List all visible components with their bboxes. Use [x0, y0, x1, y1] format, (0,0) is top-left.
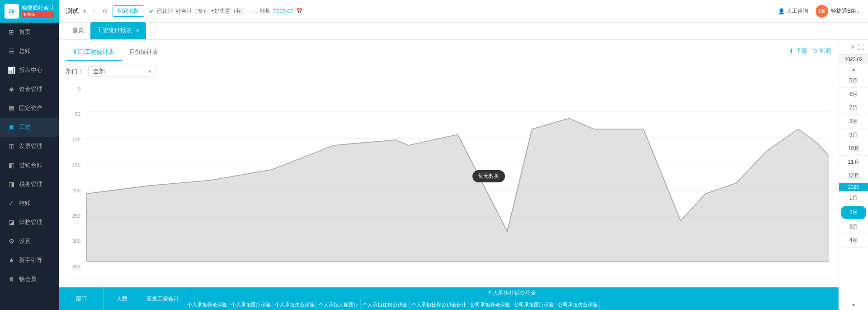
sidebar-item-newguide[interactable]: ★ 新手引导 — [0, 251, 59, 270]
sidebar-item-vip[interactable]: ♛ 畅会员 — [0, 270, 59, 289]
month-2025-4[interactable]: 4月 — [839, 234, 868, 248]
month-9[interactable]: 9月 — [839, 129, 868, 142]
salary-icon: ▣ — [7, 124, 15, 131]
switch-old-mode-button[interactable]: 切到旧版 — [113, 5, 144, 17]
dept-select[interactable]: 全部 — [88, 66, 156, 77]
sidebar-item-settlement[interactable]: ✓ 结账 — [0, 194, 59, 213]
sidebar-label-vip: 畅会员 — [19, 275, 37, 283]
right-panel-header: ✕ ⛶ — [839, 40, 868, 55]
sidebar-label-reports: 报表中心 — [19, 66, 42, 74]
month-6[interactable]: 6月 — [839, 88, 868, 101]
main-content: 测试 ▾ ＋ ⚙ 切到旧版 ✔ 已认证 好会计（专） +好生意（标） +... … — [59, 0, 868, 310]
username[interactable]: 轻捷通B组... — [831, 7, 861, 15]
sub-tab-dept[interactable]: 部门工资统计表 — [66, 44, 122, 61]
tabs-bar: 首页 工资统计报表 ✕ — [59, 23, 868, 40]
tab-home-label: 首页 — [72, 26, 84, 34]
newguide-icon: ★ — [7, 257, 15, 264]
th-count: 人数 — [104, 287, 140, 310]
sidebar-label-assets: 固定资产 — [19, 104, 42, 112]
service-button[interactable]: 👤 人工咨询 — [778, 7, 808, 15]
current-date-label: 2023.02 — [839, 55, 868, 64]
month-2025-3[interactable]: 3月 — [839, 220, 868, 234]
tab-close-icon[interactable]: ✕ — [136, 28, 140, 33]
scroll-down-arrow[interactable]: ▼ — [839, 300, 868, 310]
sidebar-label-settings: 设置 — [19, 237, 31, 245]
avatar: CE — [816, 5, 828, 18]
status-good-acc: 好会计（专） — [176, 7, 208, 15]
sidebar-label-funds: 资金管理 — [19, 85, 42, 93]
y-label-2: 250 — [66, 213, 84, 219]
th-company-pension: 公司承担养老保险 — [468, 299, 512, 310]
tab-home[interactable]: 首页 — [66, 22, 90, 39]
refresh-button[interactable]: ↻ 刷新 — [813, 47, 831, 55]
sidebar-item-salary[interactable]: ▣ 工资 — [0, 118, 59, 137]
tab-salary-report[interactable]: 工资统计报表 ✕ — [90, 22, 146, 39]
vip-icon: ♛ — [7, 276, 15, 283]
th-company-unemploy: 公司承担失业保险 — [556, 299, 600, 310]
sub-tab-monthly[interactable]: 月份统计表 — [122, 44, 165, 61]
y-label-3: 200 — [66, 188, 84, 193]
status-area: ✔ 已认证 好会计（专） +好生意（标） +... 账期 2023-02 📅 — [149, 7, 303, 15]
y-label-5: 100 — [66, 137, 84, 142]
sidebar-label-ledger: 总账 — [19, 47, 31, 55]
archive-icon: ◪ — [7, 219, 15, 226]
filter-toolbar: 部门： 全部 — [59, 61, 839, 81]
sidebar-item-tax[interactable]: ◨ 税务管理 — [0, 175, 59, 194]
month-10[interactable]: 10月 — [839, 142, 868, 156]
th-total-salary: 应发工资合计 — [140, 287, 185, 310]
period-value[interactable]: 2023-02 — [274, 8, 293, 14]
month-2025-2[interactable]: 2月 — [841, 206, 866, 219]
user-area: CE 轻捷通B组... — [816, 5, 861, 18]
chart-inner: 暂无数据 — [86, 86, 829, 269]
status-good-biz: +好生意（标） — [211, 7, 247, 15]
right-panel: ✕ ⛶ 2023.02 ▲ 5月 6月 7月 8月 9月 10月 11月 12月… — [839, 40, 868, 310]
expand-panel-icon[interactable]: ⛶ — [858, 43, 864, 51]
settings-icon: ⚙ — [7, 238, 15, 245]
sidebar-item-ledger[interactable]: ☰ 总账 — [0, 42, 59, 61]
month-11[interactable]: 11月 — [839, 156, 868, 169]
sidebar-item-purchase[interactable]: ◧ 进销台账 — [0, 156, 59, 175]
tab-salary-report-label: 工资统计报表 — [97, 26, 132, 34]
th-personal-pension: 个人承担养老保险 — [185, 299, 229, 310]
sidebar-item-funds[interactable]: ◈ 资金管理 — [0, 80, 59, 99]
company-dropdown-icon[interactable]: ▾ — [83, 8, 86, 14]
sidebar-item-reports[interactable]: 📊 报表中心 — [0, 61, 59, 80]
month-5[interactable]: 5月 — [839, 74, 868, 88]
month-7[interactable]: 7月 — [839, 101, 868, 115]
logo-name: 畅捷通好会计 — [22, 5, 54, 12]
close-panel-icon[interactable]: ✕ — [850, 43, 855, 51]
sidebar-item-settings[interactable]: ⚙ 设置 — [0, 232, 59, 251]
scroll-up-arrow[interactable]: ▲ — [839, 64, 868, 74]
toolbar-actions: ⬇ 下载 ↻ 刷新 — [789, 47, 831, 58]
sidebar-item-invoice[interactable]: ◫ 发票管理 — [0, 137, 59, 156]
sub-tabs: 部门工资统计表 月份统计表 ⬇ 下载 ↻ 刷新 — [59, 40, 839, 61]
download-label: 下载 — [796, 47, 807, 55]
month-2025-1[interactable]: 1月 — [839, 191, 868, 205]
company-settings-icon[interactable]: ⚙ — [102, 8, 108, 15]
sidebar-label-settlement: 结账 — [19, 199, 31, 207]
table-header: 部门 人数 应发工资合计 个人承担社保公积金 个人承担养老保险 个人承担医疗保险… — [59, 287, 839, 310]
calendar-icon[interactable]: 📅 — [296, 8, 303, 14]
th-personal-unemploy: 个人承担失业保险 — [273, 299, 317, 310]
sidebar-item-assets[interactable]: ▦ 固定资产 — [0, 99, 59, 118]
page-content: 部门工资统计表 月份统计表 ⬇ 下载 ↻ 刷新 — [59, 40, 839, 310]
app-logo: CE 畅捷通好会计 专业版 — [0, 0, 59, 23]
dept-filter-label: 部门： — [66, 67, 84, 76]
download-button[interactable]: ⬇ 下载 — [789, 47, 807, 55]
content-area: 部门工资统计表 月份统计表 ⬇ 下载 ↻ 刷新 — [59, 40, 868, 310]
sidebar-item-home[interactable]: ⊞ 首页 — [0, 23, 59, 42]
th-personal-total: 个人承担社保公积金合计 — [410, 299, 468, 310]
month-12[interactable]: 12月 — [839, 169, 868, 183]
y-label-1: 300 — [66, 238, 84, 244]
period-label: 账期 — [260, 7, 271, 15]
logo-badge: 专业版 — [22, 11, 54, 18]
sidebar-item-archive[interactable]: ◪ 归档管理 — [0, 213, 59, 232]
funds-icon: ◈ — [7, 86, 15, 93]
sidebar-label-tax: 税务管理 — [19, 180, 42, 188]
add-company-button[interactable]: ＋ — [90, 6, 98, 16]
sub-tab-dept-label: 部门工资统计表 — [73, 48, 114, 55]
y-axis: 350 300 250 200 150 100 50 0 — [66, 86, 84, 269]
month-8[interactable]: 8月 — [839, 115, 868, 129]
sidebar-label-invoice: 发票管理 — [19, 142, 42, 150]
th-personal-medical: 个人承担医疗保险 — [229, 299, 273, 310]
